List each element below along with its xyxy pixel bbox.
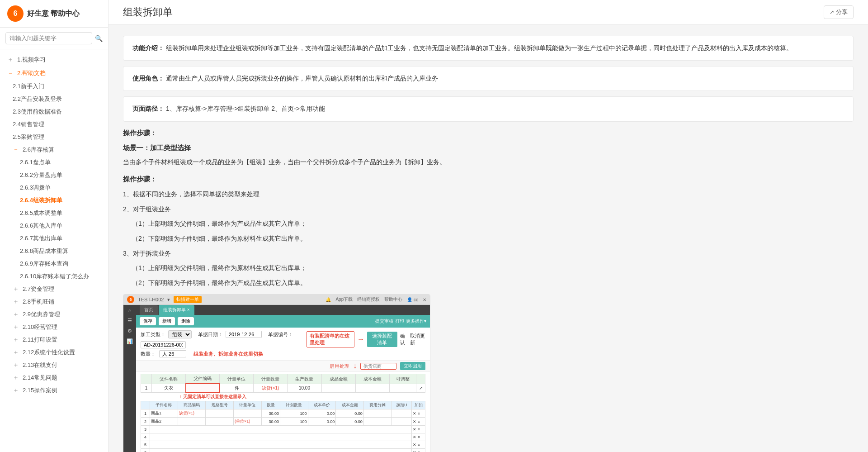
enable-btn[interactable]: 立即启用 (400, 362, 425, 370)
step2-1: （1）上部明细为父件明细，最终作为产成品生成其它入库单； (132, 218, 854, 230)
th-qty: 计量数量 (254, 374, 288, 384)
step1: 1、根据不同的业务，选择不同单据的类型来处理 (123, 188, 854, 200)
sidebar-item-purchase[interactable]: 2.5采购管理 (13, 131, 108, 143)
sidebar-item-stockquery[interactable]: 2.6.9库存账本查询 (20, 257, 108, 270)
ltd-code: 缺货(×1) (178, 409, 206, 418)
lth-unit-cost: 成本单价 (308, 401, 336, 409)
lth-plan-qty: 计划数量 (280, 401, 308, 409)
sidebar-item-stockcheck[interactable]: 2.6.1盘点单 (20, 156, 108, 169)
form-date-label: 单据日期： (198, 331, 223, 338)
ltd-adj (392, 409, 411, 418)
search-icon[interactable]: 🔍 (95, 35, 103, 42)
intro-text: 组装拆卸单用来处理企业组装或拆卸等加工业务，支持有固定装配清单的产品加工业务，也… (166, 44, 793, 52)
logo-text: 好生意 帮助中心 (27, 9, 80, 19)
sidebar-item-coupon[interactable]: ＋ 2.9优惠券管理 (13, 308, 108, 321)
step2-sub: （1）上部明细为父件明细，最终作为产成品生成其它入库单； （2）下部明细为子件明… (132, 218, 854, 244)
sidebar-item-payment[interactable]: ＋ 2.13在线支付 (13, 359, 108, 371)
sidebar-item-label: 2.6.7其他出库单 (20, 234, 62, 243)
ops-title: 操作步骤： (123, 129, 854, 138)
plus-icon: ＋ (7, 56, 14, 64)
sidebar-item-prepare[interactable]: 2.3使用前数据准备 (13, 105, 108, 118)
search-box: 🔍 (0, 28, 108, 49)
sidebar-item-install[interactable]: 2.2产品安装及登录 (13, 93, 108, 105)
app-toolbar: 保存 新增 删除 提交审核 打印 更多操作▾ (136, 315, 430, 328)
home-icon: ⌂ (128, 308, 132, 313)
sidebar-item-cases[interactable]: ＋ 2.15操作案例 (13, 384, 108, 397)
td-cost-amt (355, 384, 389, 392)
ltd-unit: (单位×1) (233, 418, 261, 426)
screenshot: 6 TEST-H002 ▾ 扫描建一单 🔔 App下载 经销商授权 帮助中心 👤… (123, 294, 430, 452)
ltd-num: 4 (141, 433, 150, 441)
role-text: 通常由生产人员或库管人员完成拆装业务的操作，库管人员确认原材料的出库和产成品的入… (166, 75, 438, 82)
sidebar-item-finance[interactable]: ＋ 2.7资金管理 (13, 283, 108, 295)
confirm-label: 确认 (400, 333, 408, 346)
more-label: 更多操作▾ (406, 318, 426, 324)
step3-sub: （1）上部明细为父件明细，最终作为原材料生成其它出库单； （2）下部明细为子件明… (132, 262, 854, 289)
lth-spec: 规格型号 (206, 401, 234, 409)
sidebar-item-assembly[interactable]: 2.6.4组装拆卸单 (20, 194, 108, 207)
tab-home[interactable]: 首页 (140, 305, 158, 315)
td-parent-code-highlight (186, 384, 220, 392)
select-bom-btn[interactable]: 选择装配清单 (367, 332, 397, 347)
plus-icon: ＋ (13, 310, 19, 319)
print-label: 打印 (395, 318, 404, 324)
sidebar-item-otherin[interactable]: 2.6.6其他入库单 (20, 219, 108, 232)
sidebar-item-otherout[interactable]: 2.6.7其他出库单 (20, 232, 108, 245)
form-qty-input[interactable] (159, 350, 186, 357)
form-type-label: 加工类型： (141, 331, 165, 338)
tab-bar: 首页 组装拆卸单 × (136, 305, 430, 315)
sidebar-item-stockerror[interactable]: 2.6.10库存账本错了怎么办 (20, 270, 108, 283)
sidebar-item-label: 1.视频学习 (17, 56, 46, 64)
form-date-input[interactable] (226, 331, 262, 338)
plus-icon: ＋ (13, 374, 19, 382)
supplier-input[interactable] (360, 363, 396, 370)
share-label: 分享 (836, 8, 848, 16)
form-type-select[interactable]: 组装 (168, 330, 192, 338)
ops-title2: 操作步骤： (123, 175, 854, 184)
sidebar-item-video[interactable]: ＋ 1.视频学习 (0, 53, 108, 67)
ltd-empty (150, 449, 412, 452)
lower-table-row: 6 ✕ ≡ (141, 449, 425, 452)
help-center: 帮助中心 (384, 296, 402, 303)
form-no-input[interactable] (141, 341, 186, 348)
ltd-op: ✕ ≡ (412, 449, 425, 452)
sidebar-item-sales[interactable]: 2.4销售管理 (13, 118, 108, 131)
sidebar-item-inventory[interactable]: － 2.6库存核算 (13, 143, 108, 156)
sidebar-item-adjust[interactable]: 2.6.3调拨单 (20, 181, 108, 194)
plus-icon: ＋ (13, 348, 19, 357)
sidebar-item-new[interactable]: 2.1新手入门 (13, 80, 108, 93)
form-no-label: 单据编号： (268, 331, 293, 338)
sidebar-item-stocksplit[interactable]: 2.6.2分量盘点单 (20, 169, 108, 181)
new-btn[interactable]: 新增 (159, 317, 175, 325)
ltd-num: 2 (141, 418, 150, 426)
sidebar-item-print[interactable]: ＋ 2.11打印设置 (13, 333, 108, 346)
sidebar-item-costcalc[interactable]: 2.6.8商品成本重算 (20, 245, 108, 257)
form-qty-label: 数量： (141, 351, 156, 357)
th-prod-amt: 成品金额 (321, 374, 355, 384)
step2-2: （2）下部明细为子件明细，最终作为原材料生成其它出库单。 (132, 233, 854, 245)
save-btn[interactable]: 保存 (140, 317, 156, 325)
lth-alloc: 费用分摊 (363, 401, 392, 409)
plus-icon: ＋ (13, 323, 19, 331)
sidebar-item-faq[interactable]: ＋ 2.14常见问题 (13, 371, 108, 384)
titlebar-right: 🔔 App下载 经销商授权 帮助中心 👤 cc ✕ (326, 296, 426, 303)
upper-table: 父件名称 父件编码 计量单位 计量数量 生产数量 成品金额 成本金额 可调整 (141, 374, 425, 393)
sidebar-item-mobile[interactable]: ＋ 2.8手机旺铺 (13, 295, 108, 308)
sidebar-item-ops[interactable]: ＋ 2.10经营管理 (13, 321, 108, 333)
audit-label: 提交审核 (375, 318, 393, 324)
sidebar-item-costadjust[interactable]: 2.6.5成本调整单 (20, 207, 108, 219)
share-button[interactable]: ↗ 分享 (824, 5, 854, 19)
sidebar-item-custom[interactable]: ＋ 2.12系统个性化设置 (13, 346, 108, 359)
sidebar-item-docs[interactable]: － 2.帮助文档 (0, 67, 108, 80)
annotation3-label: 组装业务、拆卸业务在这里切换 (193, 351, 263, 357)
app-main: 首页 组装拆卸单 × 保存 新增 删除 提交审核 打印 更多操作▾ (136, 305, 430, 452)
step3-1: （1）上部明细为父件明细，最终作为原材料生成其它出库单； (132, 262, 854, 274)
ltd-num: 5 (141, 441, 150, 449)
tab-assembly[interactable]: 组装拆卸单 × (159, 305, 194, 315)
delete-btn[interactable]: 删除 (178, 317, 194, 325)
ltd-unit-cost: 0.00 (308, 418, 336, 426)
search-input[interactable] (5, 32, 92, 44)
ltd-code (178, 418, 206, 426)
lth-unit: 计量单位 (233, 401, 261, 409)
notification-icon: 🔔 (326, 297, 331, 302)
